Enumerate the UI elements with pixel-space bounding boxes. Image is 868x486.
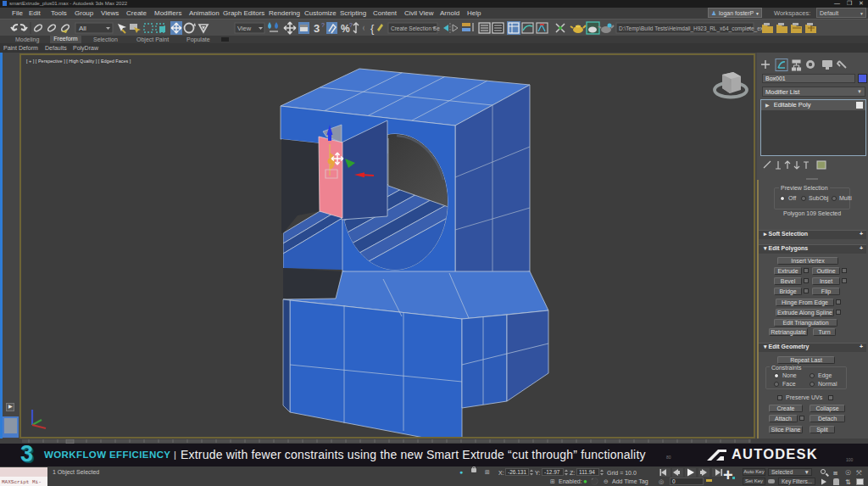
svg-text:All: All: [79, 25, 86, 32]
svg-text:View: View: [237, 25, 252, 32]
svg-text:?: ?: [349, 22, 353, 28]
svg-text:D:\Temp\Build Tests\Heimdall_H: D:\Temp\Build Tests\Heimdall_H923_RL_x64…: [619, 25, 766, 32]
svg-text:?: ?: [321, 22, 325, 28]
svg-text:Create Selection Se: Create Selection Se: [391, 25, 440, 31]
svg-text:{: {: [370, 22, 375, 35]
svg-text:﹙: ﹙: [360, 24, 368, 32]
svg-text:3: 3: [314, 22, 320, 35]
